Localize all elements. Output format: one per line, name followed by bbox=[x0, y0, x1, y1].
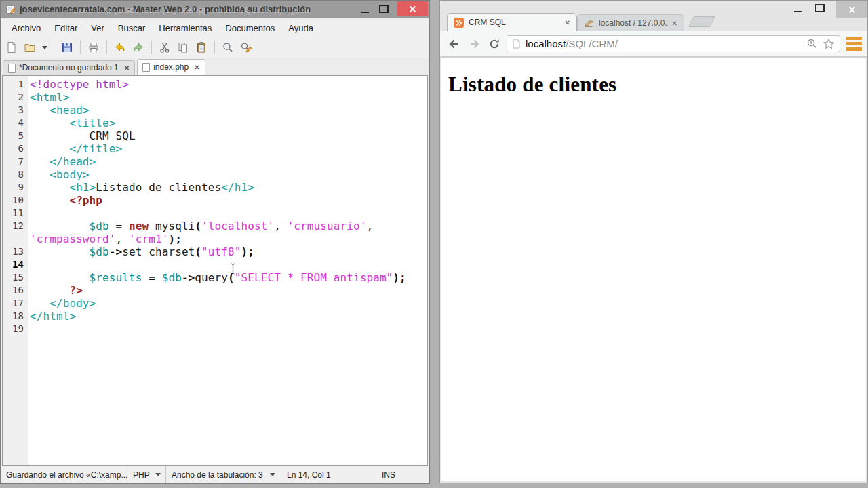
gedit-titlebar[interactable]: index.php (Disco local (C:) \xampp\htdoc… bbox=[1, 1, 429, 18]
menu-bar: ArchivoEditarVerBuscarHerramientasDocume… bbox=[1, 18, 429, 37]
code-line: 18</html> bbox=[3, 310, 427, 323]
toolbar-separator bbox=[54, 41, 54, 54]
tab-close-icon[interactable]: ✕ bbox=[124, 64, 130, 72]
undo-icon bbox=[114, 41, 126, 54]
new-tab-button[interactable] bbox=[688, 16, 715, 27]
code-text: <!doctype html> bbox=[30, 78, 129, 91]
find-button[interactable] bbox=[220, 39, 236, 56]
code-line: 13 $db->set_charset("utf8"); bbox=[3, 245, 427, 258]
tab-title: CRM SQL bbox=[469, 18, 561, 27]
status-message: Guardando el archivo «C:\xamp... bbox=[1, 466, 127, 483]
new-document-button[interactable] bbox=[3, 39, 20, 56]
tab-title: localhost / 127.0.0.1 | php bbox=[599, 18, 668, 28]
print-icon bbox=[87, 41, 100, 54]
language-label: PHP bbox=[133, 470, 150, 480]
tab-width-selector[interactable]: Ancho de la tabulación: 3 bbox=[166, 466, 281, 483]
menu-ver[interactable]: Ver bbox=[84, 20, 111, 36]
redo-button[interactable] bbox=[130, 39, 146, 56]
line-number: 17 bbox=[3, 297, 28, 310]
line-number: 4 bbox=[3, 117, 28, 129]
tab-close-icon[interactable]: ✕ bbox=[672, 20, 677, 27]
forward-button[interactable] bbox=[466, 36, 482, 52]
find-replace-button[interactable] bbox=[238, 39, 254, 56]
text-editor[interactable]: 1<!doctype html>2<html>3 <head>4 <title>… bbox=[2, 75, 428, 466]
code-line: 19 bbox=[3, 323, 427, 336]
editor-tab[interactable]: index.php✕ bbox=[137, 59, 205, 75]
code-line: 3 <head> bbox=[3, 104, 427, 117]
line-number: 3 bbox=[3, 104, 28, 117]
menu-buscar[interactable]: Buscar bbox=[111, 20, 152, 36]
back-arrow-icon bbox=[448, 38, 460, 50]
back-button[interactable] bbox=[446, 36, 462, 52]
line-number: 12 bbox=[3, 220, 28, 232]
tab-width-value: 3 bbox=[258, 470, 263, 480]
code-line: 10 <?php bbox=[3, 194, 427, 207]
browser-menu-button[interactable] bbox=[846, 37, 862, 51]
minimize-button[interactable] bbox=[355, 1, 374, 17]
gedit-toolbar bbox=[1, 37, 429, 58]
forward-arrow-icon bbox=[468, 38, 481, 50]
code-line: 7 </head> bbox=[3, 155, 427, 168]
menu-herramientas[interactable]: Herramientas bbox=[152, 20, 218, 36]
line-number: 15 bbox=[3, 271, 28, 284]
undo-button[interactable] bbox=[112, 39, 128, 56]
tab-label: *Documento no guardado 1 bbox=[19, 63, 119, 73]
minimize-button[interactable] bbox=[787, 1, 809, 16]
cut-button[interactable] bbox=[157, 39, 173, 56]
web-page-content: Listado de clientes bbox=[441, 57, 866, 481]
maximize-button[interactable] bbox=[374, 1, 393, 17]
toolbar-separator bbox=[151, 41, 152, 54]
code-text: <head> bbox=[30, 104, 90, 117]
address-bar[interactable]: localhost/SQL/CRM/ bbox=[507, 35, 840, 52]
cut-scissors-icon bbox=[159, 41, 171, 54]
chevron-down-icon bbox=[270, 473, 275, 476]
line-number: 5 bbox=[3, 129, 28, 142]
code-text: <body> bbox=[30, 168, 90, 181]
code-line: 1<!doctype html> bbox=[3, 78, 427, 91]
menu-editar[interactable]: Editar bbox=[47, 20, 84, 36]
reload-button[interactable] bbox=[486, 36, 502, 52]
code-line: 17 </body> bbox=[3, 297, 427, 310]
save-button[interactable] bbox=[59, 39, 75, 56]
gedit-app-icon bbox=[5, 4, 16, 15]
line-number: 7 bbox=[3, 155, 28, 168]
bookmark-star-icon[interactable] bbox=[823, 38, 835, 49]
redo-icon bbox=[132, 41, 144, 54]
browser-tab[interactable]: localhost / 127.0.0.1 | php✕ bbox=[577, 14, 684, 31]
browser-tab[interactable]: CRM SQL✕ bbox=[447, 13, 577, 31]
maximize-button[interactable] bbox=[809, 1, 831, 16]
phpmyadmin-favicon-icon bbox=[584, 18, 595, 28]
close-button[interactable] bbox=[836, 1, 867, 18]
watermark-text: josevicentecarratala.com - Master Web 2.… bbox=[20, 4, 311, 14]
tab-close-icon[interactable]: ✕ bbox=[565, 19, 570, 26]
gedit-statusbar: Guardando el archivo «C:\xamp... PHP Anc… bbox=[1, 466, 429, 483]
code-line: 12 $db = new mysqli('localhost', 'crmusu… bbox=[3, 220, 427, 232]
browser-titlebar[interactable] bbox=[440, 1, 867, 12]
print-button[interactable] bbox=[85, 39, 102, 56]
code-text: <html> bbox=[30, 91, 69, 104]
close-button[interactable] bbox=[397, 1, 428, 16]
page-icon bbox=[512, 39, 521, 49]
zoom-icon[interactable] bbox=[806, 38, 818, 49]
code-text: $db = new mysqli('localhost', 'crmusuari… bbox=[30, 220, 373, 232]
copy-button[interactable] bbox=[175, 39, 191, 56]
hamburger-icon bbox=[846, 37, 862, 40]
code-text: </html> bbox=[30, 310, 76, 323]
open-folder-icon bbox=[24, 41, 36, 54]
menu-archivo[interactable]: Archivo bbox=[5, 20, 47, 36]
open-dropdown-button[interactable] bbox=[40, 39, 49, 56]
open-button[interactable] bbox=[22, 39, 38, 56]
paste-button[interactable] bbox=[193, 39, 210, 56]
language-selector[interactable]: PHP bbox=[127, 466, 166, 483]
xampp-favicon-icon bbox=[454, 18, 465, 28]
reload-icon bbox=[488, 38, 500, 50]
chevron-down-icon bbox=[42, 46, 47, 49]
line-number: 14 bbox=[3, 258, 28, 271]
editor-tab[interactable]: *Documento no guardado 1✕ bbox=[3, 60, 135, 75]
menu-documentos[interactable]: Documentos bbox=[218, 20, 281, 36]
chevron-down-icon bbox=[155, 473, 161, 476]
document-icon bbox=[142, 63, 150, 72]
new-document-icon bbox=[5, 41, 18, 54]
tab-close-icon[interactable]: ✕ bbox=[194, 64, 199, 71]
menu-ayuda[interactable]: Ayuda bbox=[281, 20, 320, 36]
